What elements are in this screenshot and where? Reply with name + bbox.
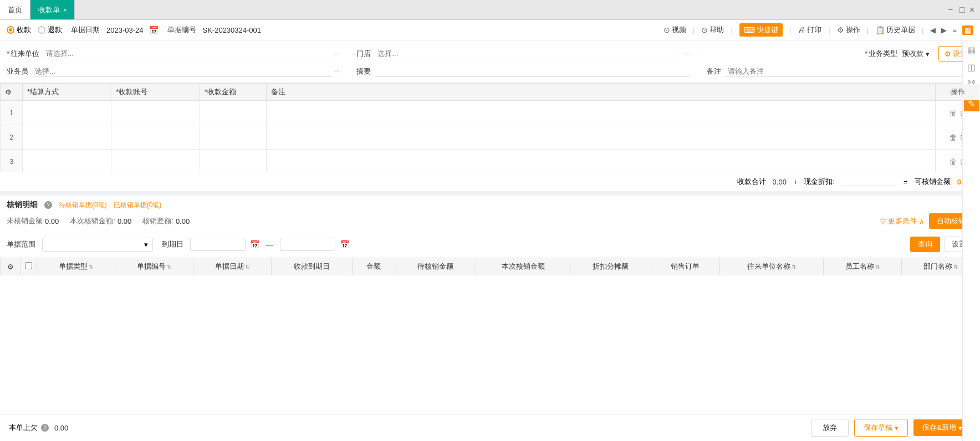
bottom-table-wrap: ⚙ 单据类型⇅ 单据编号⇅ 单据日期⇅ 收款到期日 金额 待核销金额 本次核销金… bbox=[0, 258, 980, 414]
save-arrow-icon[interactable]: ▾ bbox=[958, 424, 962, 432]
more-conditions-btn[interactable]: ▽ 更多条件 ∧ bbox=[880, 213, 925, 229]
range-select[interactable]: ▾ bbox=[42, 238, 153, 252]
table-row: 3 🗑 ⊞ bbox=[1, 150, 980, 172]
form-row-1: 往来单位 ··· 门店 ··· 业务类型 预 bbox=[7, 46, 973, 61]
counterpart-field: 往来单位 ··· bbox=[7, 48, 340, 59]
draft-arrow-icon[interactable]: ▾ bbox=[895, 424, 899, 432]
calendar-icon[interactable]: 📅 bbox=[149, 25, 159, 34]
doc-number-label: 单据编号 bbox=[167, 25, 196, 35]
form-area: 往来单位 ··· 门店 ··· 业务类型 预 bbox=[0, 40, 980, 83]
summary-input[interactable] bbox=[375, 66, 690, 77]
hx-info-icon[interactable]: ? bbox=[44, 201, 52, 209]
radio-receipt[interactable]: 收款 bbox=[7, 25, 31, 35]
operation-btn[interactable]: ⚙ 操作 bbox=[837, 25, 860, 35]
row-1-payment[interactable] bbox=[23, 101, 111, 125]
video-btn[interactable]: ⊙ 视频 bbox=[663, 25, 686, 35]
row-3-account[interactable] bbox=[111, 150, 200, 172]
radio-receipt-label: 收款 bbox=[17, 25, 31, 35]
discount-input[interactable] bbox=[841, 177, 897, 186]
row-2-payment[interactable] bbox=[23, 125, 111, 150]
due-from-calendar-icon[interactable]: 📅 bbox=[250, 240, 259, 249]
bt-col-doc-date: 单据日期⇅ bbox=[193, 258, 272, 275]
salesperson-more-icon[interactable]: ··· bbox=[334, 68, 340, 75]
due-from-input[interactable]: 2022-04-01 bbox=[190, 238, 246, 251]
list-view-icon[interactable]: ≡ bbox=[952, 26, 957, 34]
tab-home[interactable]: 首页 bbox=[0, 0, 30, 19]
row-2-note[interactable] bbox=[267, 125, 936, 150]
select-all-checkbox[interactable] bbox=[25, 262, 32, 269]
sidebar-doc-icon[interactable]: ◫ bbox=[967, 62, 976, 73]
salesperson-label: 业务员 bbox=[7, 66, 28, 76]
row-2-account[interactable] bbox=[111, 125, 200, 150]
toolbar: 收款 退款 单据日期 2023-03-24 📅 单据编号 SK-20230324… bbox=[0, 20, 980, 40]
doc-number-field: 单据编号 SK-20230324-001 bbox=[167, 25, 262, 35]
note-field: 备注 bbox=[707, 66, 973, 77]
store-input[interactable] bbox=[375, 48, 682, 59]
business-type-arrow[interactable]: ▾ bbox=[926, 50, 930, 58]
store-more-icon[interactable]: ··· bbox=[685, 50, 690, 58]
due-date-field: 到期日 2022-04-01 📅 — 2022-04-12 📅 bbox=[162, 238, 349, 251]
note-input[interactable] bbox=[726, 66, 973, 77]
nav-prev-icon[interactable]: ◀ bbox=[930, 26, 936, 34]
toolbar-right: ⊙ 视频 | ⊙ 帮助 | ⌨ 快捷键 | 🖨 打印 | bbox=[663, 23, 973, 37]
row-3-payment[interactable] bbox=[23, 150, 111, 172]
row-3-delete-icon[interactable]: 🗑 bbox=[949, 157, 957, 166]
table-settings-icon[interactable]: ⚙ bbox=[1, 84, 23, 101]
bt-col-settings[interactable]: ⚙ bbox=[1, 258, 21, 275]
print-icon: 🖨 bbox=[798, 25, 805, 34]
range-field: 单据范围 ▾ bbox=[7, 238, 153, 252]
close-icon[interactable]: × bbox=[969, 5, 974, 15]
table-row: 1 🗑 ⊞ bbox=[1, 101, 980, 125]
nav-next-icon[interactable]: ▶ bbox=[941, 26, 947, 34]
tab-collection[interactable]: 收款单 × bbox=[30, 0, 75, 19]
due-to-calendar-icon[interactable]: 📅 bbox=[340, 240, 349, 249]
content-area: 往来单位 ··· 门店 ··· 业务类型 预 bbox=[0, 40, 980, 441]
radio-refund[interactable]: 退款 bbox=[38, 25, 62, 35]
counterpart-more-icon[interactable]: ··· bbox=[334, 50, 340, 58]
counterpart-input[interactable] bbox=[44, 48, 332, 59]
grid-view-icon[interactable]: ▦ bbox=[962, 25, 973, 35]
shortcut-btn[interactable]: ⌨ 快捷键 bbox=[739, 23, 783, 37]
maximize-icon[interactable]: □ bbox=[959, 5, 965, 15]
hx-done-tab[interactable]: 已核销单据(0笔) bbox=[114, 201, 162, 210]
salesperson-input[interactable] bbox=[33, 66, 332, 77]
print-btn[interactable]: 🖨 打印 bbox=[798, 25, 821, 35]
row-1-account[interactable] bbox=[111, 101, 200, 125]
row-2-amount[interactable] bbox=[200, 125, 267, 150]
shortcut-label: 快捷键 bbox=[757, 25, 778, 35]
tab-bar: 首页 收款单 × － □ × bbox=[0, 0, 980, 20]
discard-button[interactable]: 放弃 bbox=[811, 419, 849, 437]
hx-title: 核销明细 bbox=[7, 200, 38, 210]
bt-col-current-hx: 本次核销金额 bbox=[476, 258, 570, 275]
row-2-delete-icon[interactable]: 🗑 bbox=[949, 133, 957, 142]
footer-info-icon[interactable]: ? bbox=[41, 424, 49, 432]
current-hx-stat: 本次核销金额: 0.00 bbox=[70, 216, 131, 226]
row-1-note[interactable] bbox=[267, 101, 936, 125]
more-conditions-label: 更多条件 bbox=[888, 216, 917, 226]
row-3-amount[interactable] bbox=[200, 150, 267, 172]
minimize-icon[interactable]: － bbox=[946, 4, 955, 16]
history-label: 历史单据 bbox=[886, 25, 915, 35]
receipt-type-radio: 收款 退款 bbox=[7, 25, 62, 35]
tab-close-icon[interactable]: × bbox=[63, 7, 67, 13]
bt-col-pending: 待核销金额 bbox=[395, 258, 476, 275]
help-btn[interactable]: ⊙ 帮助 bbox=[701, 25, 724, 35]
hx-action-group: ▽ 更多条件 ∧ 自动核销 bbox=[880, 213, 973, 229]
hx-pending-tab[interactable]: 待核销单据(0笔) bbox=[59, 201, 107, 210]
query-btn[interactable]: 查询 bbox=[910, 237, 940, 252]
store-field: 门店 ··· bbox=[356, 48, 690, 59]
help-icon: ⊙ bbox=[701, 25, 708, 34]
range-select-arrow: ▾ bbox=[144, 240, 148, 249]
due-to-input[interactable]: 2022-04-12 bbox=[280, 238, 335, 251]
row-3-note[interactable] bbox=[267, 150, 936, 172]
bt-col-discount: 折扣分摊额 bbox=[570, 258, 651, 275]
summary-field: 摘要 bbox=[356, 66, 690, 77]
bt-col-checkbox[interactable] bbox=[21, 258, 37, 275]
draft-button[interactable]: 保存草稿 ▾ bbox=[854, 419, 908, 437]
unchecked-label: 未核销金额 bbox=[7, 216, 43, 226]
hx-stats: 未核销金额 0.00 本次核销金额: 0.00 核销差额: 0.00 bbox=[7, 213, 973, 229]
sidebar-table-icon[interactable]: ▦ bbox=[967, 45, 976, 55]
history-btn[interactable]: 📋 历史单据 bbox=[875, 25, 915, 35]
row-1-delete-icon[interactable]: 🗑 bbox=[949, 109, 957, 117]
row-1-amount[interactable] bbox=[200, 101, 267, 125]
